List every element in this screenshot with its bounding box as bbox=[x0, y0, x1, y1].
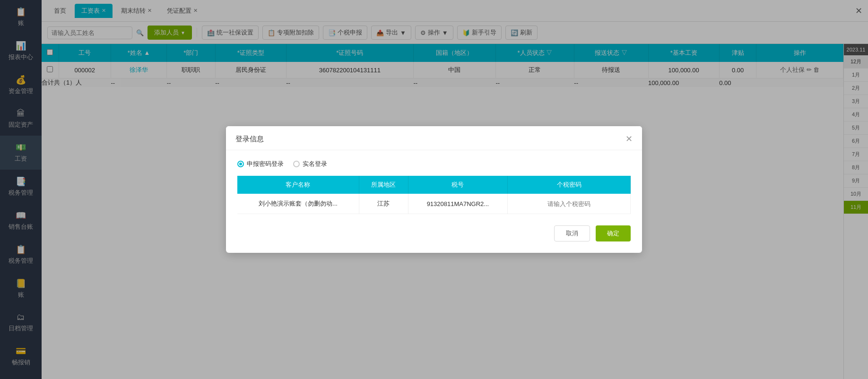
radio-password-circle bbox=[237, 161, 244, 167]
radio-group: 申报密码登录 实名登录 bbox=[237, 160, 631, 168]
client-region: 江苏 bbox=[359, 194, 408, 214]
radio-realname-login[interactable]: 实名登录 bbox=[293, 160, 327, 168]
cancel-button[interactable]: 取消 bbox=[554, 225, 590, 241]
dialog-table-row: 刘小艳演示账套（勿删勿动... 江苏 91320811MA7NGR2... bbox=[237, 194, 631, 214]
dialog-close-button[interactable]: ✕ bbox=[625, 134, 633, 144]
dialog-overlay: 登录信息 ✕ 申报密码登录 实名登录 客户名称 所属 bbox=[0, 0, 868, 379]
client-name: 刘小艳演示账套（勿删勿动... bbox=[237, 194, 359, 214]
confirm-button[interactable]: 确定 bbox=[596, 225, 631, 241]
dialog-table-header: 客户名称 所属地区 税号 个税密码 bbox=[237, 176, 631, 194]
dialog-header: 登录信息 ✕ bbox=[226, 126, 642, 150]
radio-password-label: 申报密码登录 bbox=[247, 160, 284, 168]
dialog-title: 登录信息 bbox=[235, 135, 264, 144]
individual-tax-password-input[interactable] bbox=[513, 200, 625, 207]
dialog-header-region: 所属地区 bbox=[359, 176, 408, 194]
client-taxid: 91320811MA7NGR2... bbox=[408, 194, 508, 214]
password-input-cell[interactable] bbox=[508, 194, 631, 214]
login-dialog: 登录信息 ✕ 申报密码登录 实名登录 客户名称 所属 bbox=[226, 126, 642, 253]
dialog-table: 客户名称 所属地区 税号 个税密码 刘小艳演示账套（勿删勿动... 江苏 913… bbox=[237, 176, 631, 214]
dialog-header-password: 个税密码 bbox=[508, 176, 631, 194]
dialog-header-taxid: 税号 bbox=[408, 176, 508, 194]
radio-realname-label: 实名登录 bbox=[303, 160, 327, 168]
dialog-header-name: 客户名称 bbox=[237, 176, 359, 194]
radio-realname-circle bbox=[293, 161, 300, 167]
dialog-body: 申报密码登录 实名登录 客户名称 所属地区 税号 个税密码 bbox=[226, 150, 642, 253]
dialog-footer: 取消 确定 bbox=[237, 222, 631, 243]
radio-password-login[interactable]: 申报密码登录 bbox=[237, 160, 284, 168]
